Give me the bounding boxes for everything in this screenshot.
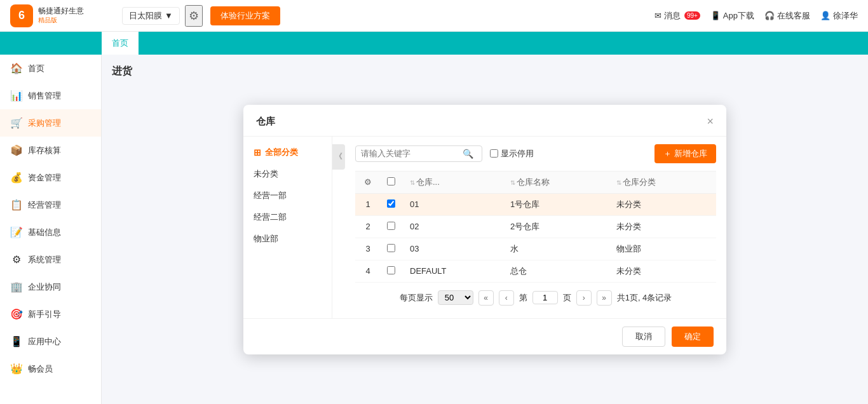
table-header-row: ⚙ ⇅仓库...	[355, 171, 716, 193]
sidebar-label-inventory: 库存核算	[28, 145, 61, 156]
row-checkbox-cell	[381, 215, 403, 238]
total-label: 共1页, 4条记录	[617, 292, 672, 304]
sidebar-label-home: 首页	[28, 63, 44, 74]
modal-close-btn[interactable]: ×	[707, 115, 714, 128]
row-name: 1号仓库	[504, 193, 610, 215]
sales-icon: 📊	[10, 90, 23, 102]
table-row[interactable]: 2 02 2号仓库 未分类	[355, 215, 716, 238]
row-num: 4	[355, 260, 381, 282]
add-warehouse-btn[interactable]: ＋ 新增仓库	[654, 144, 716, 163]
row-num: 1	[355, 193, 381, 215]
sidebar-label-capital: 资金管理	[28, 172, 61, 184]
pagination: 每页显示 50 20 100 « ‹ 第 页 ›	[355, 283, 716, 311]
row-code: DEFAULT	[403, 260, 504, 282]
modal-footer: 取消 确定	[243, 318, 726, 354]
row-checkbox[interactable]	[387, 244, 395, 252]
logo-icon: 6	[10, 4, 33, 27]
settings-icon-btn[interactable]: ⚙	[185, 5, 203, 27]
purchase-icon: 🛒	[10, 117, 23, 129]
logo-area: 6 畅捷通好生意 精品版	[10, 4, 112, 27]
chevron-down-icon: ▼	[165, 11, 173, 20]
first-page-btn[interactable]: «	[478, 290, 494, 306]
row-checkbox[interactable]	[387, 266, 395, 274]
sidebar-item-home[interactable]: 🏠 首页	[0, 55, 101, 82]
modal-sidebar-all-label: 全部分类	[265, 147, 298, 158]
table-row[interactable]: 4 DEFAULT 总仓 未分类	[355, 260, 716, 282]
last-page-btn[interactable]: »	[597, 290, 612, 306]
collapse-sidebar-btn[interactable]: 《	[332, 144, 345, 170]
tab-home[interactable]: 首页	[102, 32, 139, 55]
trial-btn[interactable]: 体验行业方案	[210, 6, 280, 25]
sidebar-item-sales[interactable]: 📊 销售管理	[0, 82, 101, 109]
confirm-button[interactable]: 确定	[672, 327, 714, 347]
show-disabled-text: 显示停用	[501, 148, 534, 159]
sidebar-item-purchase[interactable]: 🛒 采购管理	[0, 109, 101, 137]
message-label: 消息	[664, 10, 681, 22]
row-checkbox[interactable]	[387, 199, 395, 208]
row-category: 未分类	[610, 215, 716, 238]
online-service-label: 在线客服	[777, 10, 810, 22]
sort-code-icon: ⇅	[410, 179, 415, 186]
modal-toolbar: 🔍 显示停用 ＋ 新增仓库	[355, 144, 716, 163]
table-row[interactable]: 1 01 1号仓库 未分类	[355, 193, 716, 215]
warehouse-modal: 仓库 × ⊞ 全部分类 未分类 经营一	[243, 105, 726, 354]
member-icon: 👑	[10, 363, 23, 375]
sidebar-item-appcenter[interactable]: 📱 应用中心	[0, 328, 101, 355]
next-page-btn[interactable]: ›	[576, 290, 592, 306]
sidebar-label-system: 系统管理	[28, 254, 61, 266]
modal-title: 仓库	[256, 116, 275, 128]
page-suffix: 页	[563, 292, 571, 304]
sidebar-item-inventory[interactable]: 📦 库存核算	[0, 137, 101, 164]
modal-sidebar-ops1[interactable]: 经营一部	[243, 185, 332, 206]
online-service-btn[interactable]: 🎧 在线客服	[764, 10, 810, 22]
row-checkbox-cell	[381, 260, 403, 282]
sidebar-item-capital[interactable]: 💰 资金管理	[0, 164, 101, 191]
main-layout: 🏠 首页 📊 销售管理 🛒 采购管理 📦 库存核算 💰 资金管理 📋 经营管理 …	[0, 55, 868, 404]
modal-header: 仓库 ×	[243, 105, 726, 137]
sidebar-label-operations: 经营管理	[28, 199, 61, 211]
modal-sidebar-property[interactable]: 物业部	[243, 228, 332, 250]
row-code: 03	[403, 238, 504, 260]
table-row[interactable]: 3 03 水 物业部	[355, 238, 716, 260]
search-icon[interactable]: 🔍	[463, 149, 473, 159]
headset-icon: 🎧	[764, 11, 775, 20]
user-icon: 👤	[820, 11, 831, 20]
sidebar-label-enterprise: 企业协同	[28, 281, 61, 293]
row-code: 02	[403, 215, 504, 238]
row-name: 2号仓库	[504, 215, 610, 238]
row-num: 3	[355, 238, 381, 260]
table-settings-icon[interactable]: ⚙	[364, 177, 372, 187]
message-btn[interactable]: ✉ 消息 99+	[654, 10, 700, 22]
row-name: 总仓	[504, 260, 610, 282]
sidebar-label-basic: 基础信息	[28, 227, 61, 238]
store-selector[interactable]: 日太阳膜 ▼	[122, 7, 180, 25]
page-input[interactable]	[532, 291, 558, 304]
per-page-select[interactable]: 50 20 100	[438, 290, 473, 305]
row-category: 未分类	[610, 260, 716, 282]
prev-page-btn[interactable]: ‹	[499, 290, 514, 306]
cancel-button[interactable]: 取消	[622, 327, 665, 347]
sidebar-item-system[interactable]: ⚙ 系统管理	[0, 246, 101, 273]
modal-sidebar-ops1-label: 经营一部	[254, 190, 287, 201]
col-name: ⇅仓库名称	[504, 171, 610, 193]
app-download-btn[interactable]: 📱 App下载	[710, 10, 754, 22]
modal-sidebar-all[interactable]: ⊞ 全部分类	[243, 142, 332, 163]
search-input[interactable]	[361, 149, 463, 158]
user-profile-btn[interactable]: 👤 徐泽华	[820, 10, 858, 22]
modal-sidebar-uncategorized[interactable]: 未分类	[243, 163, 332, 185]
grid-icon: ⊞	[254, 147, 261, 158]
sidebar-item-basic[interactable]: 📝 基础信息	[0, 219, 101, 246]
sidebar-item-operations[interactable]: 📋 经营管理	[0, 191, 101, 219]
sidebar: 🏠 首页 📊 销售管理 🛒 采购管理 📦 库存核算 💰 资金管理 📋 经营管理 …	[0, 55, 102, 404]
row-checkbox[interactable]	[387, 222, 395, 230]
col-settings: ⚙	[355, 171, 381, 193]
show-disabled-checkbox[interactable]	[490, 149, 498, 158]
sort-cat-icon: ⇅	[616, 179, 621, 186]
modal-sidebar-ops2[interactable]: 经营二部	[243, 206, 332, 228]
top-header: 6 畅捷通好生意 精品版 日太阳膜 ▼ ⚙ 体验行业方案 ✉ 消息 99+ 📱 …	[0, 0, 868, 32]
select-all-checkbox[interactable]	[387, 177, 395, 185]
sidebar-item-guide[interactable]: 🎯 新手引导	[0, 300, 101, 328]
modal-sidebar-property-label: 物业部	[254, 233, 278, 245]
sidebar-item-member[interactable]: 👑 畅会员	[0, 355, 101, 382]
sidebar-item-enterprise[interactable]: 🏢 企业协同	[0, 273, 101, 300]
